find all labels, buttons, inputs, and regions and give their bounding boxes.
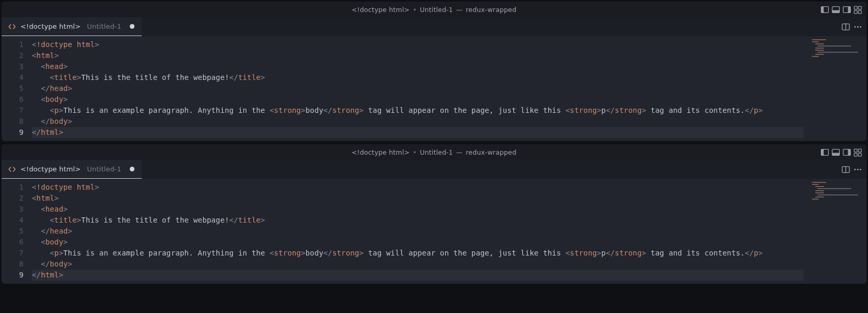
code-editor[interactable]: 1 2 3 4 5 6 7 8 9 <!doctype html> <html>… xyxy=(2,179,866,284)
code-area[interactable]: <!doctype html> <html> <head> <title>Thi… xyxy=(32,179,804,284)
tab-description: Untitled-1 xyxy=(87,21,121,32)
code-line[interactable]: <title>This is the title of the webpage!… xyxy=(32,215,804,226)
line-number: 2 xyxy=(2,50,24,61)
layout-grid-icon[interactable] xyxy=(853,148,862,157)
line-number: 5 xyxy=(2,83,24,94)
editor-pane: <!doctype html> • Untitled-1 — redux-wra… xyxy=(2,144,866,284)
layout-grid-icon[interactable] xyxy=(853,5,862,14)
line-number: 9 xyxy=(2,270,24,281)
line-number: 1 xyxy=(2,182,24,193)
code-line[interactable]: </head> xyxy=(32,83,804,94)
line-number: 6 xyxy=(2,94,24,105)
line-number-gutter: 1 2 3 4 5 6 7 8 9 xyxy=(2,179,32,284)
editor-pane: <!doctype html> • Untitled-1 — redux-wra… xyxy=(2,2,866,141)
title-separator: • xyxy=(413,147,417,158)
code-line[interactable]: <head> xyxy=(32,61,804,72)
line-number: 3 xyxy=(2,61,24,72)
title-separator: — xyxy=(456,147,463,158)
tab-filename: <!doctype html> xyxy=(20,164,81,175)
panel-left-icon[interactable] xyxy=(820,5,829,14)
more-icon[interactable] xyxy=(853,165,862,174)
code-line[interactable]: </head> xyxy=(32,226,804,237)
line-number: 9 xyxy=(2,127,24,138)
tab-description: Untitled-1 xyxy=(87,164,121,175)
line-number: 7 xyxy=(2,105,24,116)
panel-right-icon[interactable] xyxy=(842,148,851,157)
code-line[interactable]: <head> xyxy=(32,204,804,215)
line-number: 3 xyxy=(2,204,24,215)
code-editor[interactable]: 1 2 3 4 5 6 7 8 9 <!doctype html> <html>… xyxy=(2,36,866,141)
line-number: 5 xyxy=(2,226,24,237)
editor-tab[interactable]: <!doctype html> Untitled-1 xyxy=(2,17,142,36)
code-line[interactable]: </html> xyxy=(32,127,804,138)
tab-modified-indicator xyxy=(130,167,134,171)
tab-bar: <!doctype html> Untitled-1 xyxy=(2,17,866,36)
title-workspace: redux-wrapped xyxy=(466,4,516,15)
code-line[interactable]: <p>This is an example paragraph. Anythin… xyxy=(32,248,804,259)
title-workspace: redux-wrapped xyxy=(466,147,516,158)
title-separator: — xyxy=(456,4,463,15)
minimap[interactable] xyxy=(808,179,866,284)
line-number: 4 xyxy=(2,215,24,226)
code-area[interactable]: <!doctype html> <html> <head> <title>Thi… xyxy=(32,36,804,141)
window-titlebar: <!doctype html> • Untitled-1 — redux-wra… xyxy=(2,144,866,160)
split-editor-icon[interactable] xyxy=(841,165,850,174)
panel-right-icon[interactable] xyxy=(842,5,851,14)
code-line[interactable]: <title>This is the title of the webpage!… xyxy=(32,72,804,83)
line-number: 8 xyxy=(2,259,24,270)
title-filename: <!doctype html> xyxy=(352,4,410,15)
code-line[interactable]: <!doctype html> xyxy=(32,182,804,193)
panel-bottom-icon[interactable] xyxy=(831,148,840,157)
line-number: 8 xyxy=(2,116,24,127)
code-line[interactable]: </body> xyxy=(32,116,804,127)
code-line[interactable]: <html> xyxy=(32,50,804,61)
title-separator: • xyxy=(413,4,417,15)
line-number: 1 xyxy=(2,39,24,50)
code-line[interactable]: <p>This is an example paragraph. Anythin… xyxy=(32,105,804,116)
split-editor-icon[interactable] xyxy=(841,22,850,31)
editor-tab[interactable]: <!doctype html> Untitled-1 xyxy=(2,160,142,179)
more-icon[interactable] xyxy=(853,22,862,31)
panel-bottom-icon[interactable] xyxy=(831,5,840,14)
minimap[interactable] xyxy=(808,36,866,141)
code-line[interactable]: <body> xyxy=(32,94,804,105)
title-untitled: Untitled-1 xyxy=(420,4,453,15)
title-filename: <!doctype html> xyxy=(352,147,410,158)
code-line[interactable]: <body> xyxy=(32,237,804,248)
code-line[interactable]: </html> xyxy=(32,270,804,281)
line-number: 6 xyxy=(2,237,24,248)
code-line[interactable]: <!doctype html> xyxy=(32,39,804,50)
panel-left-icon[interactable] xyxy=(820,148,829,157)
code-line[interactable]: </body> xyxy=(32,259,804,270)
code-brackets-icon xyxy=(8,165,16,173)
title-untitled: Untitled-1 xyxy=(420,147,453,158)
line-number: 2 xyxy=(2,193,24,204)
line-number-gutter: 1 2 3 4 5 6 7 8 9 xyxy=(2,36,32,141)
window-titlebar: <!doctype html> • Untitled-1 — redux-wra… xyxy=(2,2,866,17)
tab-modified-indicator xyxy=(130,24,134,29)
line-number: 4 xyxy=(2,72,24,83)
line-number: 7 xyxy=(2,248,24,259)
tab-bar: <!doctype html> Untitled-1 xyxy=(2,160,866,179)
code-line[interactable]: <html> xyxy=(32,193,804,204)
tab-filename: <!doctype html> xyxy=(20,21,81,32)
code-brackets-icon xyxy=(8,22,16,31)
